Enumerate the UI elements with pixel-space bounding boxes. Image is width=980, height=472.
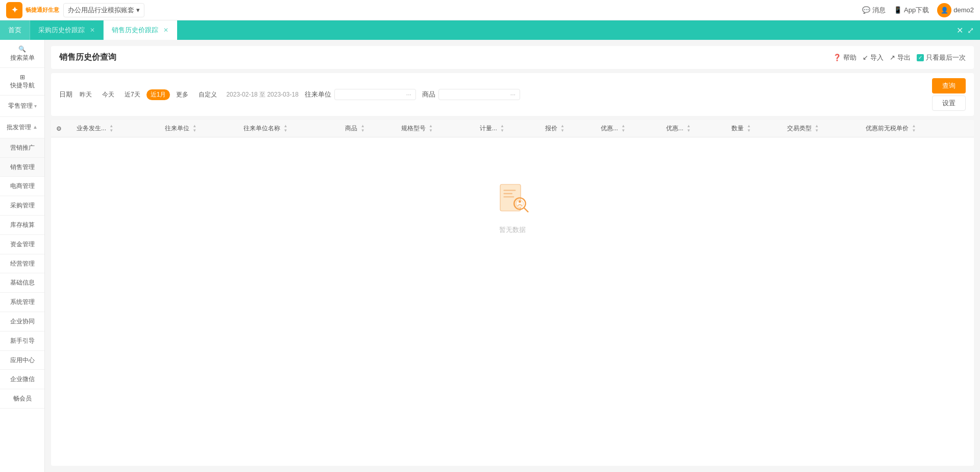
tab-purchase-history-close[interactable]: ✕ bbox=[90, 27, 95, 34]
settings-button[interactable]: 设置 bbox=[932, 96, 966, 111]
chevron-down-icon: ▾ bbox=[34, 103, 37, 110]
sort-down-icon: ▼ bbox=[747, 129, 751, 133]
sidebar-item-sales-mgmt[interactable]: 销售管理 bbox=[0, 158, 44, 177]
date-pill-more[interactable]: 更多 bbox=[172, 89, 192, 100]
message-icon: 💬 bbox=[862, 6, 870, 14]
th-partner-name: 往来单位名称 ▲ ▼ bbox=[238, 120, 340, 137]
check-icon: ✓ bbox=[917, 54, 924, 61]
date-pill-7days[interactable]: 近7天 bbox=[120, 89, 144, 100]
sidebar-item-ecommerce[interactable]: 电商管理 bbox=[0, 177, 44, 196]
sidebar-item-system-label: 系统管理 bbox=[10, 298, 35, 306]
sort-up-icon: ▲ bbox=[429, 124, 433, 128]
sort-arrows-quote[interactable]: ▲ ▼ bbox=[560, 124, 565, 133]
tab-home[interactable]: 首页 bbox=[0, 20, 30, 40]
sidebar-item-retail-mgmt[interactable]: 零售管理 ▾ bbox=[0, 96, 44, 117]
avatar: 👤 bbox=[937, 3, 951, 17]
help-icon: ❓ bbox=[833, 54, 841, 61]
goods-input[interactable]: ··· bbox=[438, 89, 520, 100]
sort-up-icon: ▲ bbox=[109, 124, 113, 128]
date-pill-custom[interactable]: 自定义 bbox=[194, 89, 221, 100]
user-menu[interactable]: 👤 demo2 bbox=[937, 3, 974, 17]
table-header: ⚙ 业务发生... ▲ ▼ 往来单位 bbox=[51, 120, 974, 137]
sidebar-item-marketing-label: 营销推广 bbox=[10, 144, 35, 152]
date-pill-yesterday[interactable]: 昨天 bbox=[76, 89, 96, 100]
sidebar-item-new-guide-label: 新手引导 bbox=[10, 337, 35, 345]
export-icon: ↗ bbox=[890, 54, 895, 61]
tab-sales-history-close[interactable]: ✕ bbox=[163, 27, 168, 34]
date-filter-group: 日期 昨天 今天 近7天 近1月 更多 自定义 2023-02-18 至 202… bbox=[59, 89, 299, 100]
sidebar-item-finance[interactable]: 资金管理 bbox=[0, 235, 44, 254]
table-container: ⚙ 业务发生... ▲ ▼ 往来单位 bbox=[51, 120, 974, 466]
sort-arrows-unit[interactable]: ▲ ▼ bbox=[500, 124, 504, 133]
tab-purchase-history[interactable]: 采购历史价跟踪 ✕ bbox=[30, 20, 104, 40]
partner-filter-group: 往来单位 ··· bbox=[305, 89, 416, 100]
sidebar-item-basic-info[interactable]: 基础信息 bbox=[0, 273, 44, 293]
sort-down-icon: ▼ bbox=[429, 129, 433, 133]
query-button[interactable]: 查询 bbox=[932, 78, 966, 93]
export-button[interactable]: ↗ 导出 bbox=[890, 53, 911, 62]
sort-arrows-partner-name[interactable]: ▲ ▼ bbox=[283, 124, 287, 133]
expand-button[interactable]: ⤢ bbox=[967, 26, 974, 35]
sidebar-item-operations[interactable]: 经营管理 bbox=[0, 254, 44, 274]
sidebar-item-app-center[interactable]: 应用中心 bbox=[0, 351, 44, 370]
top-header: ✦ 畅捷通好生意 办公用品行业模拟账套 ▾ 💬 消息 📱 App下载 👤 dem… bbox=[0, 0, 980, 20]
message-button[interactable]: 💬 消息 bbox=[862, 6, 886, 15]
grid-icon: ⊞ bbox=[20, 73, 25, 82]
sidebar-item-purchase[interactable]: 采购管理 bbox=[0, 196, 44, 216]
sort-arrows-spec[interactable]: ▲ ▼ bbox=[429, 124, 433, 133]
sidebar-item-retail-mgmt-label: 零售管理 bbox=[8, 102, 33, 110]
sidebar-item-basic-info-label: 基础信息 bbox=[10, 278, 35, 287]
sort-arrows-qty[interactable]: ▲ ▼ bbox=[747, 124, 751, 133]
date-pill-1month[interactable]: 近1月 bbox=[146, 89, 170, 100]
content-area: 销售历史价查询 ❓ 帮助 ↙ 导入 ↗ 导出 ✓ bbox=[45, 40, 980, 472]
close-all-tabs-button[interactable]: ✕ bbox=[957, 26, 963, 35]
sidebar-item-enterprise-wechat[interactable]: 企业微信 bbox=[0, 370, 44, 389]
sort-arrows-pretax-price[interactable]: ▲ ▼ bbox=[912, 124, 916, 133]
sort-arrows-trade-type[interactable]: ▲ ▼ bbox=[815, 124, 819, 133]
sidebar-item-quick-nav[interactable]: ⊞ 快捷导航 bbox=[0, 68, 44, 96]
import-button[interactable]: ↙ 导入 bbox=[863, 53, 884, 62]
gear-icon[interactable]: ⚙ bbox=[56, 125, 62, 132]
sort-down-icon: ▼ bbox=[109, 129, 113, 133]
sort-arrows-discount2[interactable]: ▲ ▼ bbox=[687, 124, 691, 133]
sidebar-item-purchase-label: 采购管理 bbox=[10, 201, 35, 210]
sort-arrows-biz-date[interactable]: ▲ ▼ bbox=[109, 124, 113, 133]
sidebar-item-search-menu[interactable]: 🔍 搜索菜单 bbox=[0, 40, 44, 68]
sidebar-item-operations-label: 经营管理 bbox=[10, 259, 35, 268]
th-discount2: 优惠... ▲ ▼ bbox=[661, 120, 726, 137]
only-latest-checkbox[interactable]: ✓ 只看最后一次 bbox=[917, 53, 966, 62]
sidebar-item-system[interactable]: 系统管理 bbox=[0, 293, 44, 312]
sidebar-item-finance-label: 资金管理 bbox=[10, 240, 35, 249]
sort-arrows-partner-id[interactable]: ▲ ▼ bbox=[192, 124, 197, 133]
th-quote: 报价 ▲ ▼ bbox=[540, 120, 596, 137]
sort-up-icon: ▲ bbox=[500, 124, 504, 128]
logo-text: 畅捷通好生意 bbox=[26, 6, 59, 13]
sidebar-item-search-menu-label: 搜索菜单 bbox=[10, 54, 35, 62]
app-download-button[interactable]: 📱 App下载 bbox=[894, 6, 929, 15]
sidebar-item-wholesale-mgmt[interactable]: 批发管理 ▲ bbox=[0, 117, 44, 138]
partner-input[interactable]: ··· bbox=[334, 89, 416, 100]
sidebar-item-enterprise-agreement[interactable]: 企业协同 bbox=[0, 312, 44, 332]
page-header-actions: ❓ 帮助 ↙ 导入 ↗ 导出 ✓ 只看最后一次 bbox=[833, 53, 966, 62]
sidebar-item-inventory[interactable]: 库存核算 bbox=[0, 216, 44, 235]
account-selector[interactable]: 办公用品行业模拟账套 ▾ bbox=[63, 3, 144, 17]
sidebar-item-wholesale-mgmt-label: 批发管理 bbox=[7, 123, 31, 132]
account-selector-label: 办公用品行业模拟账套 bbox=[68, 6, 134, 15]
phone-icon: 📱 bbox=[894, 6, 902, 14]
tab-sales-history[interactable]: 销售历史价跟踪 ✕ bbox=[104, 20, 177, 40]
sort-arrows-goods[interactable]: ▲ ▼ bbox=[361, 124, 365, 133]
svg-point-7 bbox=[519, 201, 521, 203]
sort-up-icon: ▲ bbox=[361, 124, 365, 128]
sort-arrows-discount1[interactable]: ▲ ▼ bbox=[621, 124, 625, 133]
sort-down-icon: ▼ bbox=[912, 129, 916, 133]
date-pill-today[interactable]: 今天 bbox=[98, 89, 118, 100]
sidebar-item-marketing[interactable]: 营销推广 bbox=[0, 138, 44, 158]
import-icon: ↙ bbox=[863, 54, 868, 61]
message-label: 消息 bbox=[872, 6, 886, 15]
sidebar-item-app-center-label: 应用中心 bbox=[10, 356, 35, 365]
sidebar-item-new-guide[interactable]: 新手引导 bbox=[0, 332, 44, 351]
sidebar-item-member[interactable]: 畅会员 bbox=[0, 389, 44, 409]
chevron-down-icon: ▾ bbox=[136, 6, 140, 14]
help-button[interactable]: ❓ 帮助 bbox=[833, 53, 856, 62]
svg-rect-0 bbox=[500, 184, 521, 211]
